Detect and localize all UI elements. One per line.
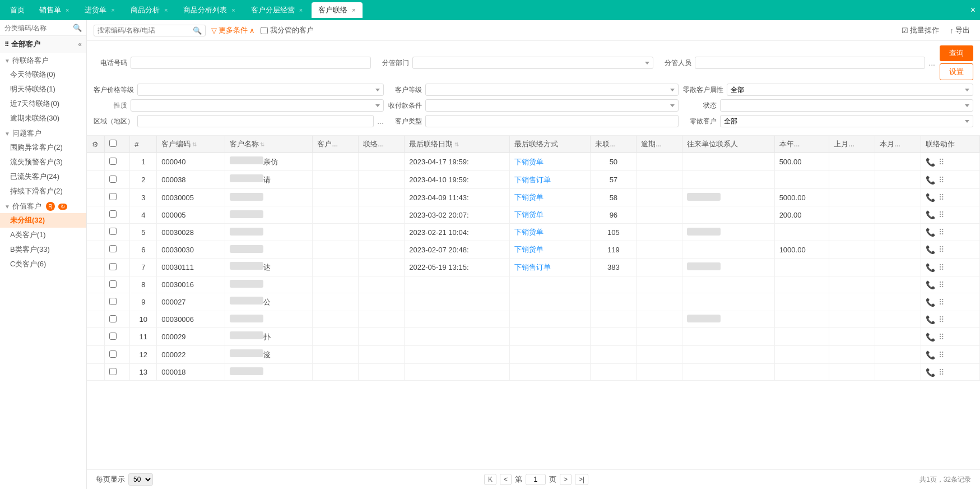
method-link[interactable]: 下销货单 (514, 158, 544, 166)
customer-type-input[interactable] (425, 115, 679, 127)
close-analysis-icon[interactable]: × (164, 7, 168, 13)
page-input[interactable] (526, 474, 546, 485)
more-action-icon[interactable]: ⠿ (939, 193, 944, 202)
more-action-icon[interactable]: ⠿ (939, 210, 944, 219)
phone-action-icon[interactable]: 📞 (926, 228, 935, 237)
retail-attr-select[interactable]: 全部 (727, 84, 973, 96)
phone-action-icon[interactable]: 📞 (926, 315, 935, 324)
sidebar-group-problem[interactable]: ▼ 问题客户 (0, 126, 86, 140)
close-purchase-icon[interactable]: × (111, 7, 114, 13)
nav-tab-customer-segment[interactable]: 客户分层经营 × (244, 2, 309, 18)
phone-action-icon[interactable]: 📞 (926, 193, 935, 202)
method-link[interactable]: 下销货单 (514, 193, 544, 201)
retail-customer-select[interactable]: 全部 (720, 115, 973, 127)
nav-tab-purchase[interactable]: 进货单 × (78, 2, 121, 18)
more-action-icon[interactable]: ⠿ (939, 228, 944, 237)
more-action-icon[interactable]: ⠿ (939, 245, 944, 254)
sidebar-item-hoarding[interactable]: 囤购异常客户(2) (0, 140, 86, 155)
my-customers-checkbox[interactable]: 我分管的客户 (261, 25, 314, 35)
sidebar-item-tomorrow[interactable]: 明天待联络(1) (0, 82, 86, 96)
row-checkbox[interactable] (109, 176, 117, 183)
reset-button[interactable]: 设置 (940, 63, 973, 80)
row-checkbox[interactable] (109, 210, 117, 218)
phone-action-icon[interactable]: 📞 (926, 210, 935, 219)
page-next-btn[interactable]: > (560, 474, 572, 485)
person-more-icon[interactable]: ... (928, 58, 935, 67)
sidebar-item-c-class[interactable]: C类客户(6) (0, 257, 86, 271)
phone-action-icon[interactable]: 📞 (926, 333, 935, 342)
my-customers-check[interactable] (261, 27, 268, 34)
phone-action-icon[interactable]: 📞 (926, 245, 935, 254)
nav-tab-analysis[interactable]: 商品分析 × (124, 2, 174, 18)
name-column-header[interactable]: 客户名称 (225, 136, 313, 153)
more-action-icon[interactable]: ⠿ (939, 298, 944, 307)
page-first-btn[interactable]: K (484, 474, 496, 485)
more-action-icon[interactable]: ⠿ (939, 350, 944, 359)
more-action-icon[interactable]: ⠿ (939, 333, 944, 342)
phone-action-icon[interactable]: 📞 (926, 298, 935, 307)
last-date-column-header[interactable]: 最后联络日期 (405, 136, 510, 153)
method-link[interactable]: 下销货单 (514, 210, 544, 219)
page-last-btn[interactable]: >| (575, 474, 588, 485)
phone-action-icon[interactable]: 📞 (926, 368, 935, 377)
status-select[interactable] (720, 99, 973, 112)
window-close-button[interactable]: × (970, 5, 976, 15)
row-checkbox[interactable] (109, 228, 117, 235)
row-checkbox[interactable] (109, 368, 117, 375)
row-checkbox[interactable] (109, 350, 117, 358)
code-column-header[interactable]: 客户编码 (157, 136, 225, 153)
search-icon[interactable]: 🔍 (193, 26, 202, 35)
gender-select[interactable] (131, 99, 384, 112)
page-size-select[interactable]: 50 (128, 473, 153, 486)
region-more-icon[interactable]: ... (377, 117, 384, 126)
sidebar-item-churned[interactable]: 已流失客户(24) (0, 169, 86, 184)
more-action-icon[interactable]: ⠿ (939, 263, 944, 272)
phone-action-icon[interactable]: 📞 (926, 280, 935, 289)
phone-action-icon[interactable]: 📞 (926, 158, 935, 167)
row-checkbox[interactable] (109, 245, 117, 252)
phone-input[interactable] (131, 57, 371, 69)
row-checkbox[interactable] (109, 263, 117, 270)
customer-level-select[interactable] (425, 84, 679, 96)
sidebar-item-b-class[interactable]: B类客户(33) (0, 242, 86, 257)
collapse-sidebar-icon[interactable]: « (78, 40, 82, 48)
row-checkbox[interactable] (109, 315, 117, 322)
nav-home[interactable]: 首页 (4, 5, 30, 15)
method-link[interactable]: 下销货单 (514, 228, 544, 236)
phone-action-icon[interactable]: 📞 (926, 263, 935, 272)
person-input[interactable] (695, 57, 926, 69)
sidebar-search-icon[interactable]: 🔍 (73, 24, 82, 32)
sidebar-group-pending[interactable]: ▼ 待联络客户 (0, 53, 86, 67)
sidebar-item-declining[interactable]: 持续下滑客户(2) (0, 184, 86, 199)
row-checkbox[interactable] (109, 193, 117, 200)
row-checkbox[interactable] (109, 298, 117, 305)
sidebar-item-7days[interactable]: 近7天待联络(0) (0, 96, 86, 111)
nav-tab-customer-contact[interactable]: 客户联络 × (312, 2, 362, 18)
nav-tab-analysis-list[interactable]: 商品分析列表 × (177, 2, 241, 18)
phone-action-icon[interactable]: 📞 (926, 350, 935, 359)
more-conditions-btn[interactable]: ▽ 更多条件 ∧ (211, 25, 255, 35)
more-action-icon[interactable]: ⠿ (939, 280, 944, 289)
search-input[interactable] (97, 26, 191, 34)
more-action-icon[interactable]: ⠿ (939, 368, 944, 377)
method-link[interactable]: 下销售订单 (514, 176, 551, 184)
close-segment-icon[interactable]: × (299, 7, 303, 13)
export-btn[interactable]: ↑ 导出 (947, 24, 974, 37)
sidebar-item-churn-warning[interactable]: 流失预警客户(3) (0, 155, 86, 169)
select-all-checkbox[interactable] (109, 140, 117, 147)
close-contact-icon[interactable]: × (352, 7, 355, 13)
payment-select[interactable] (425, 99, 679, 112)
nav-tab-sales[interactable]: 销售单 × (32, 2, 76, 18)
page-prev-btn[interactable]: < (500, 474, 512, 485)
more-action-icon[interactable]: ⠿ (939, 315, 944, 324)
close-sales-icon[interactable]: × (66, 7, 69, 13)
batch-ops-btn[interactable]: ☑ 批量操作 (898, 24, 942, 37)
price-level-select[interactable] (137, 84, 384, 96)
sidebar-item-ungrouped[interactable]: 未分组(32) (0, 213, 86, 228)
all-customers-section[interactable]: ⠿ 全部客户 « (0, 36, 86, 53)
sidebar-item-a-class[interactable]: A类客户(1) (0, 228, 86, 242)
method-link[interactable]: 下销货单 (514, 245, 544, 253)
row-checkbox[interactable] (109, 333, 117, 340)
sidebar-item-today[interactable]: 今天待联络(0) (0, 67, 86, 82)
more-action-icon[interactable]: ⠿ (939, 176, 944, 184)
